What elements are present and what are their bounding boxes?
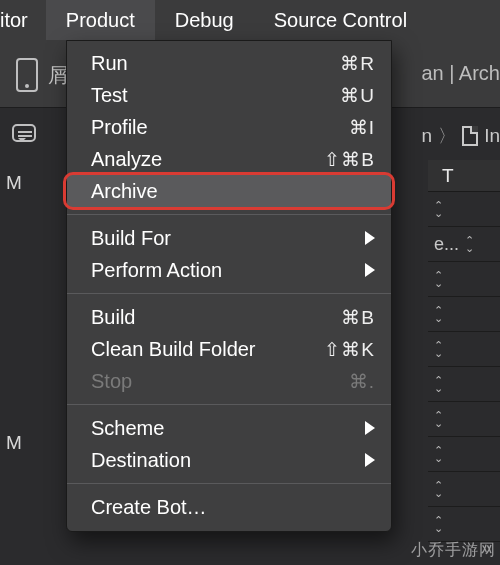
stepper-icon[interactable]: ⌃⌄ bbox=[434, 201, 443, 217]
device-icon[interactable] bbox=[16, 58, 38, 92]
menu-item-label: Perform Action bbox=[91, 259, 365, 282]
right-panel-row[interactable]: ⌃⌄ bbox=[428, 402, 500, 437]
menu-item-label: Analyze bbox=[91, 148, 324, 171]
menu-separator bbox=[67, 404, 391, 405]
menu-item-shortcut: ⌘I bbox=[349, 116, 375, 139]
menu-item-label: Profile bbox=[91, 116, 349, 139]
stepper-icon[interactable]: ⌃⌄ bbox=[434, 306, 443, 322]
right-panel-row[interactable]: ⌃⌄ bbox=[428, 192, 500, 227]
menu-item-shortcut: ⇧⌘K bbox=[324, 338, 375, 361]
right-panel-row[interactable]: ⌃⌄ bbox=[428, 437, 500, 472]
menu-item-archive[interactable]: Archive bbox=[67, 175, 391, 207]
right-panel-row[interactable]: ⌃⌄ bbox=[428, 507, 500, 542]
toolbar-activity-fragment: an | Arch bbox=[421, 62, 500, 85]
menu-item-build-for[interactable]: Build For bbox=[67, 222, 391, 254]
menu-item-label: Scheme bbox=[91, 417, 365, 440]
stepper-icon[interactable]: ⌃⌄ bbox=[434, 446, 443, 462]
gutter-marker: M bbox=[6, 432, 22, 454]
menu-item-test[interactable]: Test⌘U bbox=[67, 79, 391, 111]
stepper-icon[interactable]: ⌃⌄ bbox=[465, 236, 474, 252]
right-panel-header: T bbox=[428, 160, 500, 192]
menu-item-label: Clean Build Folder bbox=[91, 338, 324, 361]
document-icon bbox=[462, 126, 478, 146]
stepper-icon[interactable]: ⌃⌄ bbox=[434, 481, 443, 497]
menu-item-shortcut: ⇧⌘B bbox=[324, 148, 375, 171]
right-panel-row-label: e... bbox=[434, 234, 459, 255]
right-panel-row[interactable]: ⌃⌄ bbox=[428, 367, 500, 402]
breadcrumb-fragment: n bbox=[422, 125, 433, 147]
menubar-item-source-control[interactable]: Source Control bbox=[254, 0, 427, 40]
stepper-icon[interactable]: ⌃⌄ bbox=[434, 341, 443, 357]
chevron-right-icon: 〉 bbox=[438, 124, 456, 148]
right-panel-row[interactable]: ⌃⌄ bbox=[428, 332, 500, 367]
menu-separator bbox=[67, 214, 391, 215]
menubar-item-product[interactable]: Product bbox=[46, 0, 155, 40]
scheme-label-fragment: 屑 bbox=[48, 62, 68, 89]
stepper-icon[interactable]: ⌃⌄ bbox=[434, 376, 443, 392]
menu-item-profile[interactable]: Profile⌘I bbox=[67, 111, 391, 143]
stepper-icon[interactable]: ⌃⌄ bbox=[434, 516, 443, 532]
menu-item-perform-action[interactable]: Perform Action bbox=[67, 254, 391, 286]
right-panel-row[interactable]: e... ⌃⌄ bbox=[428, 227, 500, 262]
menu-item-label: Test bbox=[91, 84, 340, 107]
right-panel-row[interactable]: ⌃⌄ bbox=[428, 262, 500, 297]
menu-item-label: Build bbox=[91, 306, 341, 329]
gutter-marker: M bbox=[6, 172, 22, 194]
stepper-icon[interactable]: ⌃⌄ bbox=[434, 271, 443, 287]
menu-item-clean-build-folder[interactable]: Clean Build Folder⇧⌘K bbox=[67, 333, 391, 365]
menu-item-shortcut: ⌘B bbox=[341, 306, 375, 329]
menu-item-build[interactable]: Build⌘B bbox=[67, 301, 391, 333]
menubar-item-prev-fragment[interactable]: itor bbox=[0, 0, 46, 40]
menu-item-shortcut: ⌘. bbox=[349, 370, 375, 393]
menu-item-label: Archive bbox=[91, 180, 375, 203]
breadcrumb-fragment: In bbox=[484, 125, 500, 147]
menu-item-label: Create Bot… bbox=[91, 496, 375, 519]
menu-item-shortcut: ⌘R bbox=[340, 52, 375, 75]
menu-item-label: Build For bbox=[91, 227, 365, 250]
right-panel-row[interactable]: ⌃⌄ bbox=[428, 472, 500, 507]
menubar-item-debug[interactable]: Debug bbox=[155, 0, 254, 40]
submenu-arrow-icon bbox=[365, 421, 375, 435]
menu-item-label: Run bbox=[91, 52, 340, 75]
submenu-arrow-icon bbox=[365, 231, 375, 245]
submenu-arrow-icon bbox=[365, 453, 375, 467]
product-menu: Run⌘RTest⌘UProfile⌘IAnalyze⇧⌘BArchiveBui… bbox=[66, 40, 392, 532]
menu-item-analyze[interactable]: Analyze⇧⌘B bbox=[67, 143, 391, 175]
menubar: itor Product Debug Source Control bbox=[0, 0, 500, 40]
comments-icon[interactable] bbox=[12, 124, 36, 142]
menu-separator bbox=[67, 483, 391, 484]
menu-item-label: Destination bbox=[91, 449, 365, 472]
menu-item-label: Stop bbox=[91, 370, 349, 393]
menu-separator bbox=[67, 293, 391, 294]
watermark: 小乔手游网 bbox=[411, 540, 496, 561]
menu-item-run[interactable]: Run⌘R bbox=[67, 47, 391, 79]
right-panel: T ⌃⌄ e... ⌃⌄ ⌃⌄ ⌃⌄ ⌃⌄ ⌃⌄ ⌃⌄ ⌃⌄ ⌃⌄ ⌃⌄ bbox=[428, 160, 500, 542]
menu-item-destination[interactable]: Destination bbox=[67, 444, 391, 476]
menu-item-shortcut: ⌘U bbox=[340, 84, 375, 107]
stepper-icon[interactable]: ⌃⌄ bbox=[434, 411, 443, 427]
submenu-arrow-icon bbox=[365, 263, 375, 277]
menu-item-create-bot[interactable]: Create Bot… bbox=[67, 491, 391, 523]
breadcrumb[interactable]: n 〉 In bbox=[422, 124, 500, 148]
right-panel-row[interactable]: ⌃⌄ bbox=[428, 297, 500, 332]
menu-item-stop: Stop⌘. bbox=[67, 365, 391, 397]
menu-item-scheme[interactable]: Scheme bbox=[67, 412, 391, 444]
